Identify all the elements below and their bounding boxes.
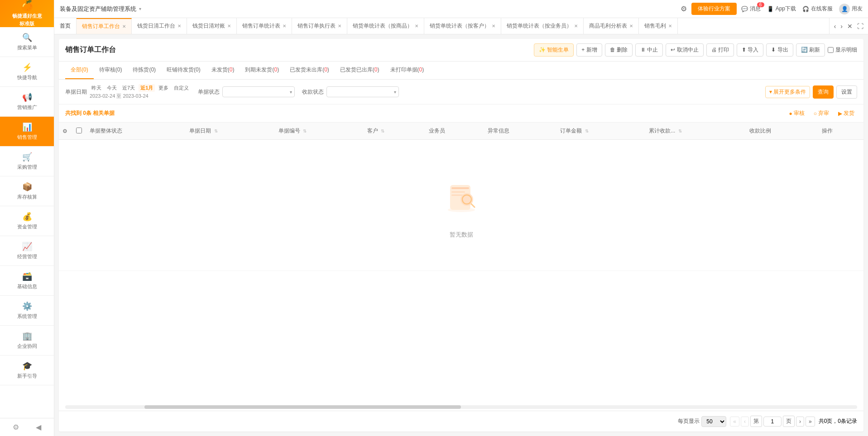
online-service-link[interactable]: 🎧 在线客服 bbox=[802, 5, 833, 13]
tab-close-sales-exec[interactable]: ✕ bbox=[338, 24, 341, 28]
tab-close-sales-by-product[interactable]: ✕ bbox=[415, 24, 418, 28]
add-button[interactable]: + 新增 bbox=[576, 43, 602, 57]
select-all-checkbox[interactable] bbox=[76, 128, 82, 133]
tab-close-sales-order[interactable]: ✕ bbox=[122, 24, 126, 29]
tab-close-cash-goods[interactable]: ✕ bbox=[227, 24, 231, 28]
sidebar-item-enterprise[interactable]: 🏢 企业协同 bbox=[0, 326, 54, 355]
message-icon-area[interactable]: 💬 消息 6 bbox=[741, 5, 761, 13]
sidebar-item-finance[interactable]: 💰 资金管理 bbox=[0, 206, 54, 236]
tab-close-cash-daily[interactable]: ✕ bbox=[177, 24, 181, 28]
tab-scroll-right-icon[interactable]: › bbox=[839, 22, 844, 31]
svg-line-7 bbox=[471, 204, 475, 207]
shortcut-custom[interactable]: 自定义 bbox=[172, 84, 191, 92]
tab-close-sales-by-customer[interactable]: ✕ bbox=[492, 24, 495, 28]
tab-sales-by-product[interactable]: 销货单统计表（按商品）✕ bbox=[347, 18, 424, 34]
settings-query-button[interactable]: 设置 bbox=[836, 85, 857, 99]
tab-sales-profit[interactable]: 销售毛利✕ bbox=[639, 18, 678, 34]
filter-tab-not-printed[interactable]: 未打印单据(0) bbox=[385, 62, 430, 79]
tab-home[interactable]: 首页 bbox=[54, 18, 77, 34]
first-page-button[interactable]: « bbox=[730, 417, 739, 427]
cancel-review-button[interactable]: ○ 弃审 bbox=[811, 108, 832, 118]
solution-button[interactable]: 体验行业方案 bbox=[691, 3, 737, 15]
tab-sales-order[interactable]: 销售订单工作台✕ bbox=[77, 18, 132, 34]
filter-tab-shipped-out[interactable]: 已发货已出库(0) bbox=[335, 62, 385, 79]
tab-sales-by-staff[interactable]: 销货单统计表（按业务员）✕ bbox=[501, 18, 584, 34]
scrollbar-thumb[interactable] bbox=[144, 405, 461, 409]
tab-expand-icon[interactable]: ⛶ bbox=[855, 22, 865, 31]
filter-tab-wangpu-pending[interactable]: 旺铺待发货(0) bbox=[161, 62, 206, 79]
tab-sales-exec[interactable]: 销售订单执行表✕ bbox=[292, 18, 347, 34]
shortcut-yesterday[interactable]: 昨天 bbox=[90, 84, 103, 92]
sidebar-item-sales[interactable]: 📊 销售管理 bbox=[0, 117, 54, 147]
col-date[interactable]: 单据日期 ⇅ bbox=[186, 123, 274, 140]
tab-scroll-left-icon[interactable]: ‹ bbox=[832, 22, 838, 31]
sidebar-item-basic[interactable]: 🗃️ 基础信息 bbox=[0, 266, 54, 296]
tab-cash-goods[interactable]: 钱货日清对账✕ bbox=[187, 18, 237, 34]
per-page-select[interactable]: 50 10 20 100 bbox=[701, 416, 726, 427]
tab-close-sales-profit[interactable]: ✕ bbox=[668, 24, 672, 28]
user-area[interactable]: 👤 用友 bbox=[839, 4, 863, 14]
refresh-button[interactable]: 🔄 刷新 bbox=[796, 43, 825, 57]
result-actions: ● 审核 ○ 弃审 ▶ 发货 bbox=[786, 108, 858, 118]
tab-close-sales-by-staff[interactable]: ✕ bbox=[574, 24, 578, 28]
status-select[interactable] bbox=[222, 86, 295, 97]
filter-tab-shipped-not-out[interactable]: 已发货未出库(0) bbox=[284, 62, 335, 79]
app-download-link[interactable]: 📱 App下载 bbox=[767, 5, 796, 13]
tab-close-product-margin[interactable]: ✕ bbox=[629, 24, 633, 28]
shortcut-more[interactable]: 更多 bbox=[157, 84, 170, 92]
show-detail-checkbox[interactable] bbox=[828, 47, 834, 53]
sidebar-item-inventory[interactable]: 📦 库存核算 bbox=[0, 176, 54, 206]
sidebar-item-search[interactable]: 🔍 搜索菜单 bbox=[0, 27, 54, 57]
review-button[interactable]: ● 审核 bbox=[786, 108, 807, 118]
sidebar-item-newbie[interactable]: 🎓 新手引导 bbox=[0, 355, 54, 385]
sidebar-item-system[interactable]: ⚙️ 系统管理 bbox=[0, 296, 54, 326]
filter-tab-expired-not-shipped[interactable]: 到期未发货(0) bbox=[240, 62, 284, 79]
expand-conditions-button[interactable]: ▾ 展开更多条件 bbox=[765, 86, 810, 98]
import-button[interactable]: ⬆ 导入 bbox=[737, 43, 763, 57]
topbar-settings-icon[interactable]: ⚙ bbox=[681, 5, 687, 13]
shortcut-7days[interactable]: 近7天 bbox=[120, 84, 137, 92]
shortcut-today[interactable]: 今天 bbox=[105, 84, 119, 92]
logo-sub: 标准版 bbox=[19, 20, 34, 27]
table-header: ⚙ 单据整体状态 单据日期 ⇅ 单据编号 ⇅ 客户 ⇅ 业务员 异常信息 订单金… bbox=[59, 123, 863, 140]
prev-page-button[interactable]: ‹ bbox=[741, 417, 749, 427]
show-detail-checkbox-label[interactable]: 显示明细 bbox=[828, 46, 857, 54]
filter-tab-all[interactable]: 全部(0) bbox=[65, 62, 94, 79]
sidebar-item-operations[interactable]: 📈 经营管理 bbox=[0, 236, 54, 266]
delete-button[interactable]: 🗑 删除 bbox=[605, 43, 633, 57]
tab-product-margin[interactable]: 商品毛利分析表✕ bbox=[584, 18, 639, 34]
print-button[interactable]: 🖨 打印 bbox=[706, 43, 734, 57]
filter-tab-pending-review[interactable]: 待审核(0) bbox=[94, 62, 128, 79]
collapse-icon[interactable]: ◀ bbox=[36, 423, 41, 431]
col-amount[interactable]: 订单金额 ⇅ bbox=[556, 123, 645, 140]
col-number[interactable]: 单据编号 ⇅ bbox=[275, 123, 364, 140]
col-customer[interactable]: 客户 ⇅ bbox=[364, 123, 425, 140]
ship-button[interactable]: ▶ 发货 bbox=[835, 108, 857, 118]
payment-select[interactable] bbox=[326, 86, 399, 97]
next-page-button[interactable]: › bbox=[796, 417, 804, 427]
tab-close-all-icon[interactable]: ✕ bbox=[845, 22, 854, 31]
sidebar-item-quick-nav[interactable]: ⚡ 快捷导航 bbox=[0, 57, 54, 87]
table-settings-col[interactable]: ⚙ bbox=[59, 123, 72, 140]
filter-tab-not-shipped[interactable]: 未发货(0) bbox=[206, 62, 240, 79]
horizontal-scrollbar[interactable] bbox=[65, 405, 857, 409]
settings-icon[interactable]: ⚙ bbox=[13, 423, 19, 431]
last-page-button[interactable]: » bbox=[806, 417, 815, 427]
page-number-input[interactable] bbox=[763, 417, 782, 427]
date-range-value[interactable]: 2023-02-24 至 2023-03-24 bbox=[90, 93, 191, 100]
filter-tab-pending-check[interactable]: 待拣货(0) bbox=[127, 62, 161, 79]
tab-sales-by-customer[interactable]: 销货单统计表（按客户）✕ bbox=[424, 18, 501, 34]
smart-order-button[interactable]: ✨ 智能生单 bbox=[534, 43, 574, 57]
tab-cash-daily[interactable]: 钱货日清工作台✕ bbox=[132, 18, 187, 34]
export-button[interactable]: ⬇ 导出 bbox=[766, 43, 793, 57]
shortcut-1month[interactable]: 近1月 bbox=[139, 84, 155, 92]
tab-close-sales-stats[interactable]: ✕ bbox=[283, 24, 286, 28]
tab-sales-stats[interactable]: 销售订单统计表✕ bbox=[237, 18, 292, 34]
sidebar-item-purchase[interactable]: 🛒 采购管理 bbox=[0, 147, 54, 176]
col-received[interactable]: 累计收款... ⇅ bbox=[645, 123, 745, 140]
dropdown-arrow-icon[interactable]: ▾ bbox=[139, 6, 141, 11]
cancel-suspend-button[interactable]: ↩ 取消中止 bbox=[666, 43, 703, 57]
query-button[interactable]: 查询 bbox=[813, 85, 834, 99]
suspend-button[interactable]: ⏸ 中止 bbox=[635, 43, 663, 57]
sidebar-item-marketing[interactable]: 📢 营销推广 bbox=[0, 87, 54, 117]
